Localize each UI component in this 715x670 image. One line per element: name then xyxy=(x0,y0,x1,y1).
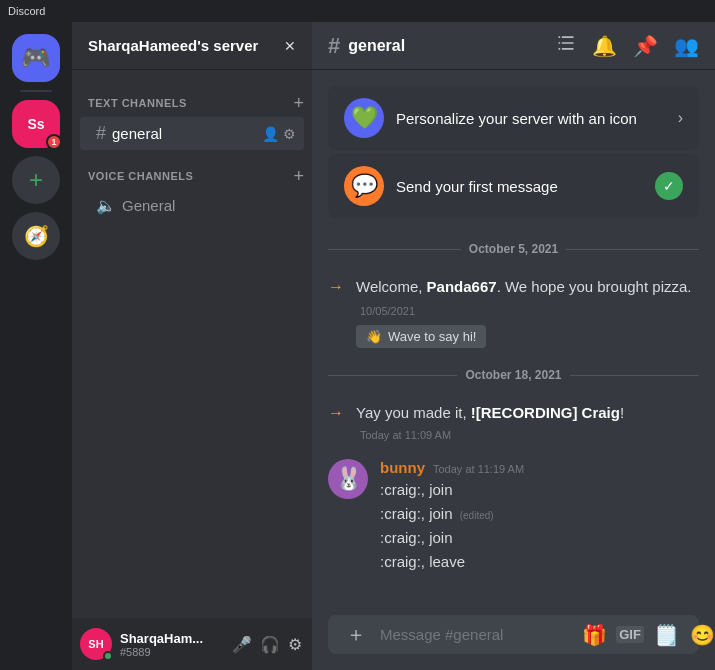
wave-button[interactable]: 👋 Wave to say hi! xyxy=(356,325,486,348)
channels-list: TEXT CHANNELS + # general 👤 ⚙ VOICE CHAN… xyxy=(72,70,312,618)
recording-username: ![RECORDING] Craig xyxy=(471,404,620,421)
notification-badge: 1 xyxy=(46,134,62,150)
divider-line-left-2 xyxy=(328,375,457,376)
microphone-icon[interactable]: 🎤 xyxy=(230,633,254,656)
avatar-initials: SH xyxy=(88,638,103,650)
personalize-card-icon: 💚 xyxy=(344,98,384,138)
bunny-avatar-emoji: 🐰 xyxy=(335,466,362,492)
system-arrow-icon-2: → xyxy=(328,404,344,422)
recording-text: Yay you made it, ![RECORDING] Craig! xyxy=(356,404,624,421)
messages-area[interactable]: 💚 Personalize your server with an icon ›… xyxy=(312,70,715,615)
date-divider-oct5: October 5, 2021 xyxy=(312,234,715,264)
ss-label: Ss xyxy=(27,116,44,132)
wave-label: Wave to say hi! xyxy=(388,329,476,344)
chat-area: # general 🔔 📌 👥 💚 Personalize xyxy=(312,22,715,670)
user-avatar-wrapper: SH xyxy=(80,628,112,660)
plus-circle-icon: ＋ xyxy=(346,621,366,648)
bunny-line-4: :craig:, leave xyxy=(380,550,699,574)
divider-line-right xyxy=(566,249,699,250)
add-member-icon[interactable]: 👤 xyxy=(262,126,279,142)
hash-settings-icon[interactable] xyxy=(556,33,576,58)
channel-hash-icon: # xyxy=(96,123,106,144)
bunny-line-1: :craig:, join xyxy=(380,478,699,502)
message-input-box: ＋ 🎁 GIF 🗒️ 😊 xyxy=(328,615,699,654)
date-divider-oct18: October 18, 2021 xyxy=(312,360,715,390)
bunny-message-content: bunny Today at 11:19 AM :craig:, join :c… xyxy=(380,459,699,574)
first-message-card-icon: 💬 xyxy=(344,166,384,206)
wave-emoji: 👋 xyxy=(366,329,382,344)
server-icon-discord[interactable]: 🎮 xyxy=(12,34,60,82)
server-sidebar: 🎮 Ss 1 + 🧭 xyxy=(0,22,72,670)
text-channels-category: TEXT CHANNELS + xyxy=(72,78,312,116)
chevron-down-icon: ✕ xyxy=(284,38,296,54)
channel-name: general xyxy=(112,125,262,142)
first-message-card-text: Send your first message xyxy=(396,178,643,195)
server-icon-ss[interactable]: Ss 1 xyxy=(12,100,60,148)
bunny-line-2: :craig:, join (edited) xyxy=(380,502,699,526)
settings-icon[interactable]: ⚙ xyxy=(286,633,304,656)
gif-icon: GIF xyxy=(616,626,644,643)
attach-button[interactable]: ＋ xyxy=(340,619,372,651)
channel-sidebar: SharqaHameed's server ✕ TEXT CHANNELS + … xyxy=(72,22,312,670)
voice-channels-category: VOICE CHANNELS + xyxy=(72,151,312,189)
welcome-message: → Welcome, Panda667. We hope you brought… xyxy=(312,272,715,352)
user-status-online xyxy=(103,651,113,661)
gift-button[interactable]: 🎁 xyxy=(578,619,610,651)
discord-logo: 🎮 xyxy=(21,44,51,72)
channel-item-general[interactable]: # general 👤 ⚙ xyxy=(80,117,304,150)
check-icon: ✓ xyxy=(655,172,683,200)
recording-message-content: Yay you made it, ![RECORDING] Craig! Tod… xyxy=(356,402,699,443)
gif-button[interactable]: GIF xyxy=(614,619,646,651)
first-message-card[interactable]: 💬 Send your first message ✓ xyxy=(328,154,699,218)
chat-header: # general 🔔 📌 👥 xyxy=(312,22,715,70)
voice-channel-name: General xyxy=(122,197,296,214)
add-server-button[interactable]: + xyxy=(12,156,60,204)
welcome-text: Welcome, Panda667. We hope you brought p… xyxy=(356,278,691,318)
emoji-button[interactable]: 😊 xyxy=(686,619,715,651)
user-discriminator: #5889 xyxy=(120,646,222,658)
bunny-message: 🐰 bunny Today at 11:19 AM :craig:, join … xyxy=(312,455,715,578)
text-channels-label: TEXT CHANNELS xyxy=(88,97,187,109)
recording-message: → Yay you made it, ![RECORDING] Craig! T… xyxy=(312,398,715,447)
title-bar-text: Discord xyxy=(8,5,45,17)
user-panel: SH SharqaHam... #5889 🎤 🎧 ⚙ xyxy=(72,618,312,670)
server-header[interactable]: SharqaHameed's server ✕ xyxy=(72,22,312,70)
system-arrow-icon: → xyxy=(328,278,344,296)
headphones-icon[interactable]: 🎧 xyxy=(258,633,282,656)
speaker-icon: 🔈 xyxy=(96,196,116,215)
add-voice-channel-button[interactable]: + xyxy=(293,167,304,185)
members-icon[interactable]: 👥 xyxy=(674,34,699,58)
message-header: bunny Today at 11:19 AM xyxy=(380,459,699,476)
compass-icon: 🧭 xyxy=(24,224,49,248)
sticker-icon: 🗒️ xyxy=(654,623,679,647)
channel-action-icons: 👤 ⚙ xyxy=(262,126,296,142)
explore-servers-button[interactable]: 🧭 xyxy=(12,212,60,260)
bell-icon[interactable]: 🔔 xyxy=(592,34,617,58)
voice-channel-general[interactable]: 🔈 General xyxy=(80,190,304,221)
app-layout: 🎮 Ss 1 + 🧭 SharqaHameed's server ✕ TEXT … xyxy=(0,22,715,670)
system-cards: 💚 Personalize your server with an icon ›… xyxy=(312,86,715,226)
input-actions: 🎁 GIF 🗒️ 😊 xyxy=(578,619,715,651)
message-input[interactable] xyxy=(380,615,570,654)
personalize-icon-card[interactable]: 💚 Personalize your server with an icon › xyxy=(328,86,699,150)
sticker-button[interactable]: 🗒️ xyxy=(650,619,682,651)
message-input-area: ＋ 🎁 GIF 🗒️ 😊 xyxy=(312,615,715,670)
settings-icon[interactable]: ⚙ xyxy=(283,126,296,142)
chat-channel-name: general xyxy=(348,37,405,55)
bunny-avatar: 🐰 xyxy=(328,459,368,499)
gift-icon: 🎁 xyxy=(582,623,607,647)
pin-icon[interactable]: 📌 xyxy=(633,34,658,58)
divider-line-right-2 xyxy=(570,375,699,376)
message-author-name: bunny xyxy=(380,459,425,476)
message-timestamp: Today at 11:19 AM xyxy=(433,463,524,475)
welcome-username: Panda667 xyxy=(427,278,497,295)
chat-header-icons: 🔔 📌 👥 xyxy=(556,33,699,58)
welcome-timestamp: 10/05/2021 xyxy=(360,305,415,317)
add-text-channel-button[interactable]: + xyxy=(293,94,304,112)
server-name: SharqaHameed's server xyxy=(88,37,258,54)
user-controls: 🎤 🎧 ⚙ xyxy=(230,633,304,656)
welcome-message-content: Welcome, Panda667. We hope you brought p… xyxy=(356,276,699,348)
server-divider xyxy=(20,90,52,92)
edited-tag: (edited) xyxy=(460,510,494,521)
date-label-oct5: October 5, 2021 xyxy=(469,242,558,256)
